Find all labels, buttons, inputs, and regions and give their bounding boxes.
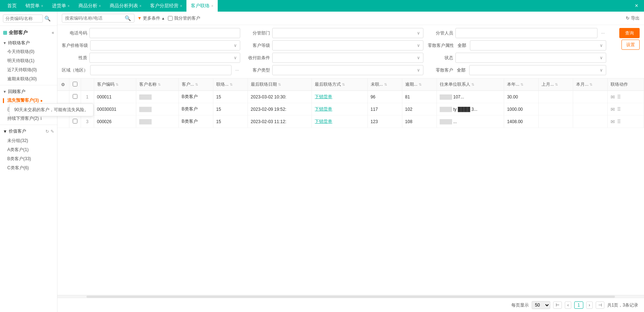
nav-tab-purchase[interactable]: 进货单 × bbox=[48, 0, 74, 12]
phone-input[interactable] bbox=[89, 28, 240, 38]
sidebar-group-review[interactable]: ▼ 回顾客户 bbox=[0, 87, 57, 96]
per-page-select[interactable]: 50 20 100 bbox=[532, 301, 550, 309]
retail-customer-select[interactable]: ∨ bbox=[469, 65, 606, 75]
sidebar-group-value: ▼ 价值客户 ↻ ✎ bbox=[0, 126, 57, 136]
row-checkbox[interactable] bbox=[73, 119, 77, 123]
nav-tab-analysis[interactable]: 商品分析 × bbox=[74, 0, 105, 12]
nav-tab-analysis-list[interactable]: 商品分析列表 × bbox=[105, 0, 146, 12]
sidebar-item-today-contact[interactable]: 今天待联络(0) bbox=[0, 47, 57, 56]
th-last-month[interactable]: 上月... ⇅ bbox=[539, 78, 573, 91]
cell-index: 1 bbox=[81, 91, 94, 103]
manager-input[interactable] bbox=[455, 28, 597, 38]
sidebar-group-pending[interactable]: ▼ 待联络客户 bbox=[0, 38, 57, 47]
nav-tab-sales[interactable]: 销货单 × bbox=[21, 0, 48, 12]
search-input[interactable] bbox=[65, 16, 123, 21]
sidebar-item-class-b[interactable]: B类客户(33) bbox=[0, 154, 57, 163]
more-conditions-button[interactable]: ▼ 更多条件 ▲ bbox=[137, 15, 165, 21]
nav-tab-analysis-close[interactable]: × bbox=[99, 4, 101, 8]
th-overdue[interactable]: 逾期... ⇅ bbox=[402, 78, 436, 91]
nav-tab-purchase-close[interactable]: × bbox=[68, 4, 70, 8]
export-button[interactable]: ↻ 导出 bbox=[626, 15, 640, 21]
my-customers-checkbox[interactable] bbox=[168, 16, 173, 21]
close-all-button[interactable]: × bbox=[632, 3, 641, 9]
nature-select[interactable]: ∨ bbox=[89, 53, 240, 63]
status-arrow: ∨ bbox=[600, 55, 603, 60]
method-link[interactable]: 下销货单 bbox=[315, 119, 332, 124]
last-page-button[interactable]: ⊣ bbox=[596, 301, 604, 309]
sidebar-item-7day-contact[interactable]: 近7天待联络(0) bbox=[0, 65, 57, 74]
th-type[interactable]: 客户... ⇅ bbox=[178, 78, 213, 91]
sidebar-item-ungrouped[interactable]: 未分组(32) bbox=[0, 136, 57, 145]
content-area: 🔍 ▼ 更多条件 ▲ 我分管的客户 ↻ 导出 bbox=[57, 12, 644, 312]
horizontal-scroll[interactable] bbox=[57, 295, 644, 298]
dept-select[interactable]: ∨ bbox=[272, 28, 423, 38]
th-name[interactable]: 客户名称 ⇅ bbox=[136, 78, 178, 91]
edit-icon[interactable]: ✎ bbox=[51, 129, 54, 134]
region-dots-icon[interactable]: ··· bbox=[234, 68, 240, 73]
th-settings[interactable]: ⚙ bbox=[57, 78, 69, 91]
more-action-icon[interactable]: ⠿ bbox=[617, 94, 621, 100]
sidebar-item-class-a[interactable]: A类客户(1) bbox=[0, 145, 57, 154]
cell-this-month bbox=[573, 116, 608, 128]
my-customers-label: 我分管的客户 bbox=[174, 15, 200, 21]
select-all-checkbox[interactable] bbox=[73, 82, 77, 86]
customer-type-select[interactable]: ∨ bbox=[272, 65, 423, 75]
sort-icon-this-month: ⇅ bbox=[589, 82, 592, 86]
nav-tab-customer-tier-close[interactable]: × bbox=[180, 4, 182, 8]
payment-select[interactable]: ∨ bbox=[272, 53, 423, 63]
th-year-amount[interactable]: 本年... ⇅ bbox=[504, 78, 539, 91]
sidebar-item-class-c[interactable]: C类客户(6) bbox=[0, 163, 57, 173]
contact-action-icon[interactable]: ✉ bbox=[611, 106, 615, 112]
more-action-icon[interactable]: ⠿ bbox=[617, 106, 621, 112]
query-button[interactable]: 查询 bbox=[619, 28, 640, 38]
th-last-date[interactable]: 最后联络日期 ⇅ bbox=[247, 78, 311, 91]
customer-level-select[interactable]: ∨ bbox=[272, 40, 423, 50]
th-contacts[interactable]: 联络... ⇅ bbox=[213, 78, 247, 91]
contact-action-icon[interactable]: ✉ bbox=[611, 94, 615, 100]
sidebar-search-input[interactable] bbox=[3, 15, 43, 23]
nav-tab-customer-contact-close[interactable]: × bbox=[211, 4, 213, 8]
cell-checkbox[interactable] bbox=[69, 91, 81, 103]
collapse-icon[interactable]: « bbox=[52, 30, 54, 35]
cell-checkbox[interactable] bbox=[69, 116, 81, 128]
scroll-track[interactable] bbox=[86, 296, 615, 298]
nav-tab-sales-close[interactable]: × bbox=[41, 4, 43, 8]
th-this-month[interactable]: 本月... ⇅ bbox=[573, 78, 608, 91]
th-code[interactable]: 客户编码 ⇅ bbox=[94, 78, 136, 91]
arrow-down-icon-3[interactable]: ▼ bbox=[3, 129, 7, 134]
sidebar-search-icon[interactable]: 🔍 bbox=[44, 16, 51, 21]
my-customers-checkbox-label[interactable]: 我分管的客户 bbox=[168, 15, 200, 21]
refresh-icon[interactable]: ↻ bbox=[45, 129, 49, 134]
retail-attr-select[interactable]: ∨ bbox=[470, 40, 606, 50]
nav-tab-home[interactable]: 首页 bbox=[3, 0, 21, 12]
nav-tab-customer-contact[interactable]: 客户联络 × bbox=[186, 0, 218, 12]
customer-level-arrow: ∨ bbox=[417, 43, 420, 48]
nav-tab-analysis-list-close[interactable]: × bbox=[140, 4, 142, 8]
search-icon[interactable]: 🔍 bbox=[125, 15, 131, 21]
price-level-select[interactable]: ∨ bbox=[90, 40, 240, 50]
prev-page-button[interactable]: ‹ bbox=[565, 301, 571, 309]
region-input[interactable] bbox=[90, 65, 232, 75]
next-page-button[interactable]: › bbox=[586, 301, 593, 309]
region-label: 区域（地区） bbox=[62, 67, 88, 73]
sidebar-item-overdue-contact[interactable]: 逾期未联络(30) bbox=[0, 74, 57, 84]
th-company-contact[interactable]: 往来单位联系人 ⇅ bbox=[436, 78, 504, 91]
filter-cell-region: 区域（地区） ··· bbox=[62, 65, 245, 75]
status-select[interactable]: ∨ bbox=[455, 53, 606, 63]
nav-tab-customer-tier[interactable]: 客户分层经营 × bbox=[146, 0, 186, 12]
th-last-method[interactable]: 最后联络方式 ⇅ bbox=[312, 78, 367, 91]
more-action-icon[interactable]: ⠿ bbox=[617, 119, 621, 125]
th-no-contact[interactable]: 未联... ⇅ bbox=[367, 78, 402, 91]
method-link[interactable]: 下销货单 bbox=[315, 94, 332, 99]
settings-button[interactable]: 设置 bbox=[621, 40, 640, 50]
filter-cell-retail-attr: 零散客户属性 全部 ∨ bbox=[428, 40, 611, 50]
sidebar-item-tomorrow-contact[interactable]: 明天待联络(1) bbox=[0, 56, 57, 65]
method-link[interactable]: 下销货单 bbox=[315, 106, 332, 112]
th-checkbox[interactable] bbox=[69, 78, 81, 91]
manager-dots-icon[interactable]: ··· bbox=[600, 31, 606, 36]
first-page-button[interactable]: ⊢ bbox=[553, 301, 562, 309]
sidebar-all-customers[interactable]: ⊞ 全部客户 « bbox=[0, 27, 57, 38]
sort-icon-overdue: ⇅ bbox=[419, 82, 422, 86]
contact-action-icon[interactable]: ✉ bbox=[611, 119, 615, 125]
row-checkbox[interactable] bbox=[73, 94, 77, 99]
